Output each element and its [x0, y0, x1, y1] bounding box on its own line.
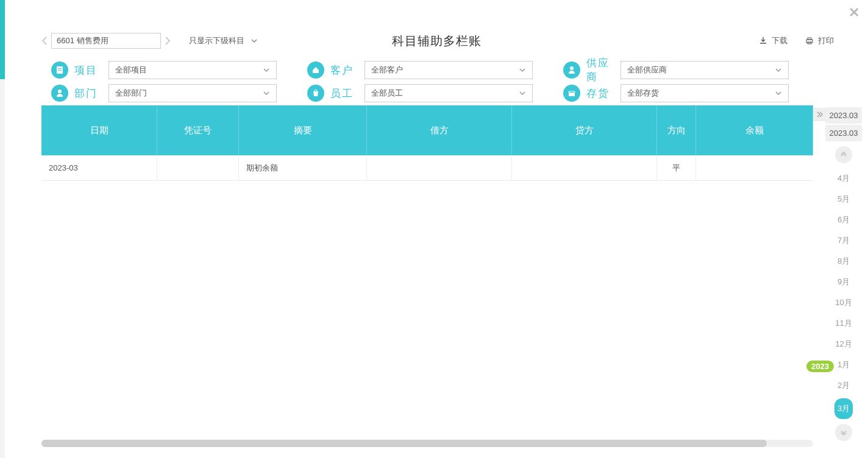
inventory-select[interactable]: 全部存货: [621, 84, 789, 102]
rail-month[interactable]: 4月: [825, 168, 862, 189]
date-to-badge[interactable]: 2023.03: [825, 125, 862, 141]
table-row[interactable]: 2023-03期初余额平: [41, 155, 813, 181]
project-icon: [51, 62, 68, 79]
display-mode-label: 只显示下级科目: [189, 35, 244, 46]
project-select[interactable]: 全部项目: [108, 61, 277, 79]
employee-icon: [307, 85, 324, 102]
ledger-table: 日期 凭证号 摘要 借方 贷方 方向 余额 2023-03期初余额平: [41, 105, 813, 434]
employee-value: 全部员工: [371, 88, 403, 99]
chevron-down-icon: [775, 66, 782, 74]
svg-rect-5: [58, 70, 62, 71]
th-voucher-no: 凭证号: [157, 105, 239, 155]
th-debit: 借方: [367, 105, 512, 155]
inventory-label: 存货: [586, 86, 621, 100]
download-icon: [758, 36, 768, 46]
rail-month[interactable]: 6月: [825, 210, 862, 230]
download-button[interactable]: 下载: [758, 35, 788, 46]
department-select[interactable]: 全部部门: [108, 84, 277, 102]
topbar: 6601 销售费用 只显示下级科目 科目辅助多栏账 下载 打印: [39, 30, 834, 51]
supplier-value: 全部供应商: [627, 65, 667, 76]
horizontal-scrollbar[interactable]: [41, 440, 813, 447]
download-label: 下载: [772, 35, 788, 46]
rail-month[interactable]: 7月: [825, 230, 862, 251]
svg-point-6: [570, 66, 574, 70]
customer-icon: [307, 62, 324, 79]
scrollbar-thumb[interactable]: [41, 440, 767, 447]
rail-scroll-up[interactable]: [835, 146, 852, 163]
chevron-down-icon: [519, 90, 526, 97]
rail-month[interactable]: 8月: [825, 251, 862, 272]
close-icon[interactable]: ✕: [848, 5, 859, 21]
customer-label: 客户: [330, 63, 365, 77]
td-voucher_no: [157, 155, 239, 180]
th-balance: 余额: [696, 105, 813, 155]
print-label: 打印: [818, 35, 834, 46]
customer-select[interactable]: 全部客户: [365, 61, 533, 79]
prev-account-button[interactable]: [39, 35, 50, 46]
td-debit: [367, 155, 512, 180]
chevron-down-icon: [519, 66, 526, 74]
month-rail: 2023.03 2023.03 4月5月6月7月8月9月10月11月12月1月2…: [825, 107, 862, 446]
rail-scroll-down[interactable]: [835, 424, 852, 441]
year-badge: 2023: [806, 361, 834, 372]
supplier-icon: [563, 62, 580, 79]
svg-rect-4: [58, 68, 62, 69]
rail-month[interactable]: 11月: [825, 313, 862, 334]
inventory-value: 全部存货: [627, 88, 659, 99]
account-code-name: 6601 销售费用: [57, 35, 108, 46]
svg-point-7: [58, 90, 62, 93]
rail-month[interactable]: 10月: [825, 292, 862, 313]
expand-columns-button[interactable]: [813, 108, 827, 121]
employee-select[interactable]: 全部员工: [365, 84, 533, 102]
project-value: 全部项目: [115, 65, 147, 76]
td-credit: [512, 155, 657, 180]
account-selector[interactable]: 6601 销售费用: [51, 33, 161, 49]
print-icon: [805, 36, 814, 46]
td-date: 2023-03: [41, 155, 157, 180]
th-date: 日期: [41, 105, 157, 155]
display-mode-select[interactable]: 只显示下级科目: [189, 35, 258, 46]
rail-month[interactable]: 2月: [825, 375, 862, 396]
td-direction: 平: [657, 155, 696, 180]
filter-panel: 项目 全部项目 客户 全部客户 供应商 全部供应商: [51, 58, 822, 105]
chevron-down-icon: [251, 37, 258, 44]
rail-month[interactable]: 5月: [825, 189, 862, 210]
rail-month[interactable]: 12月: [825, 334, 862, 354]
rail-month[interactable]: 3月: [834, 398, 853, 419]
chevron-down-icon: [263, 90, 270, 97]
rail-month[interactable]: 9月: [825, 272, 862, 292]
table-header: 日期 凭证号 摘要 借方 贷方 方向 余额: [41, 105, 813, 155]
table-body: 2023-03期初余额平: [41, 155, 813, 181]
chevron-down-icon: [775, 90, 782, 97]
chevron-down-icon: [263, 66, 270, 74]
date-from-badge[interactable]: 2023.03: [825, 107, 862, 124]
supplier-select[interactable]: 全部供应商: [621, 61, 789, 79]
td-summary: 期初余额: [239, 155, 367, 180]
employee-label: 员工: [330, 86, 365, 100]
supplier-label: 供应商: [586, 56, 621, 84]
svg-rect-8: [569, 93, 575, 96]
department-value: 全部部门: [115, 88, 147, 99]
customer-value: 全部客户: [371, 65, 403, 76]
project-label: 项目: [74, 63, 108, 77]
td-balance: [696, 155, 813, 180]
department-label: 部门: [74, 86, 108, 100]
inventory-icon: [563, 85, 580, 102]
svg-rect-1: [808, 38, 811, 40]
next-account-button[interactable]: [162, 35, 173, 46]
th-summary: 摘要: [239, 105, 367, 155]
department-icon: [51, 85, 68, 102]
th-direction: 方向: [657, 105, 696, 155]
th-credit: 贷方: [512, 105, 657, 155]
page-title: 科目辅助多栏账: [392, 33, 482, 49]
print-button[interactable]: 打印: [805, 35, 834, 46]
